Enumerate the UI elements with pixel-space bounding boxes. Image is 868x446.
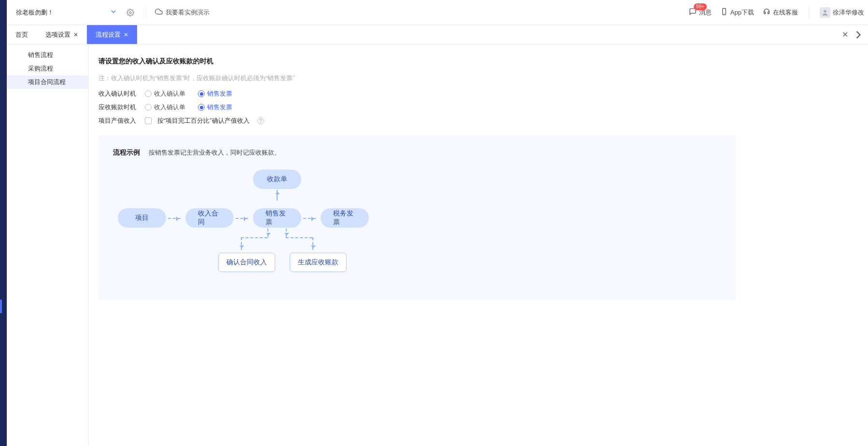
- headset-icon: [763, 8, 770, 17]
- field-label: 项目产值收入: [98, 116, 139, 125]
- app-download-button[interactable]: App下载: [720, 8, 754, 17]
- flow-example-panel: 流程示例 按销售发票记主营业务收入，同时记应收账款。 收款单 项目 收入合同 销…: [98, 136, 736, 300]
- connector-line: [267, 229, 268, 237]
- online-service-button[interactable]: 在线客服: [763, 8, 798, 17]
- messages-badge: 99+: [694, 3, 707, 10]
- sidebar-item-project-contract[interactable]: 项目合同流程: [7, 75, 88, 89]
- page-title: 请设置您的收入确认及应收账款的时机: [98, 57, 868, 66]
- node-receipt: 收款单: [253, 170, 301, 189]
- help-icon[interactable]: ?: [257, 117, 264, 124]
- radio-icon: [145, 90, 152, 97]
- radio-income-confirm-order[interactable]: 收入确认单: [145, 89, 185, 98]
- tab-options[interactable]: 选项设置 ✕: [37, 25, 87, 44]
- tab-options-label: 选项设置: [45, 30, 70, 39]
- tab-home-label: 首页: [15, 30, 28, 39]
- messages-button[interactable]: 99+ 消息: [689, 8, 712, 17]
- sidebar-item-label: 项目合同流程: [28, 78, 66, 86]
- cloud-icon: [155, 8, 163, 17]
- flow-diagram: 收款单 项目 收入合同 销售发票 税务发票 确认合同收入: [113, 170, 721, 281]
- radio-label: 销售发票: [207, 89, 232, 98]
- note-text: 注：收入确认时机为“销售发票”时，应收账款确认时机必须为“销售发票”: [98, 74, 868, 83]
- avatar-icon: [820, 7, 830, 18]
- close-all-tabs-button[interactable]: ✕: [838, 28, 852, 42]
- svg-point-3: [824, 10, 826, 12]
- arrow-down-icon: [241, 237, 242, 250]
- field-label: 应收账款时机: [98, 103, 139, 112]
- top-header: 徐老板勿删！ 我要看实例演示 99+ 消息 App下载: [7, 0, 868, 25]
- demo-link[interactable]: 我要看实例演示: [155, 8, 210, 17]
- checkbox-label: 按“项目完工百分比”确认产值收入: [157, 116, 250, 125]
- tab-process-label: 流程设置: [96, 30, 121, 39]
- connector-line: [286, 237, 312, 238]
- radio-icon: [198, 90, 205, 97]
- app-download-label: App下载: [730, 8, 754, 17]
- row-receivable: 应收账款时机 收入确认单 销售发票: [98, 103, 868, 112]
- tabs-bar: 首页 选项设置 ✕ 流程设置 ✕ ✕: [7, 25, 868, 44]
- flow-desc: 按销售发票记主营业务收入，同时记应收账款。: [149, 148, 280, 157]
- connector-line: [241, 237, 267, 238]
- left-nav-rail: [0, 0, 7, 446]
- org-name: 徐老板勿删！: [16, 8, 54, 17]
- node-project: 项目: [118, 208, 166, 228]
- radio-icon: [145, 104, 152, 111]
- node-gen-receivable: 生成应收账款: [290, 253, 347, 272]
- node-income-contract: 收入合同: [185, 208, 234, 228]
- tab-process[interactable]: 流程设置 ✕: [87, 25, 137, 44]
- phone-icon: [720, 8, 728, 17]
- node-sales-invoice: 销售发票: [253, 208, 301, 228]
- username-label: 徐泽华修改: [833, 8, 864, 17]
- row-income-confirm: 收入确认时机 收入确认单 销售发票: [98, 89, 868, 98]
- radio-label: 收入确认单: [154, 89, 185, 98]
- demo-link-label: 我要看实例演示: [166, 8, 210, 17]
- sidebar-item-label: 销售流程: [28, 51, 53, 59]
- flow-title: 流程示例: [113, 148, 140, 157]
- radio-label: 收入确认单: [154, 103, 185, 112]
- arrow-down-icon: [312, 237, 313, 250]
- radio-recv-confirm-order[interactable]: 收入确认单: [145, 103, 185, 112]
- sidebar-item-label: 采购流程: [28, 65, 53, 73]
- arrow-right-icon: [236, 218, 248, 219]
- content-panel: 请设置您的收入确认及应收账款的时机 注：收入确认时机为“销售发票”时，应收账款确…: [89, 44, 868, 446]
- process-sidebar: 销售流程 采购流程 项目合同流程: [7, 44, 89, 446]
- checkbox-output-income[interactable]: [145, 117, 152, 124]
- node-confirm-income: 确认合同收入: [218, 253, 275, 272]
- arrow-right-icon: [303, 218, 316, 219]
- arrow-up-icon: [277, 190, 278, 201]
- field-label: 收入确认时机: [98, 89, 139, 98]
- sidebar-item-purchase[interactable]: 采购流程: [7, 62, 88, 75]
- connector-line: [286, 229, 287, 237]
- radio-icon: [198, 104, 205, 111]
- svg-rect-1: [723, 8, 726, 14]
- radio-recv-sales-invoice[interactable]: 销售发票: [198, 103, 232, 112]
- row-project-output: 项目产值收入 按“项目完工百分比”确认产值收入 ?: [98, 116, 868, 125]
- divider: [146, 6, 146, 19]
- close-icon[interactable]: ✕: [73, 31, 78, 38]
- radio-label: 销售发票: [207, 103, 232, 112]
- node-tax-invoice: 税务发票: [321, 208, 369, 228]
- tab-home[interactable]: 首页: [7, 25, 37, 44]
- close-icon[interactable]: ✕: [124, 31, 128, 38]
- chevron-down-icon: [110, 8, 117, 17]
- org-selector[interactable]: 徐老板勿删！: [12, 4, 122, 21]
- radio-income-sales-invoice[interactable]: 销售发票: [198, 89, 232, 98]
- divider: [809, 6, 809, 19]
- online-service-label: 在线客服: [773, 8, 798, 17]
- user-menu[interactable]: 徐泽华修改: [820, 7, 864, 18]
- sidebar-item-sales[interactable]: 销售流程: [7, 48, 88, 62]
- svg-point-0: [129, 12, 131, 14]
- more-tabs-button[interactable]: [852, 28, 865, 42]
- gear-icon[interactable]: [124, 6, 137, 19]
- arrow-right-icon: [168, 218, 181, 219]
